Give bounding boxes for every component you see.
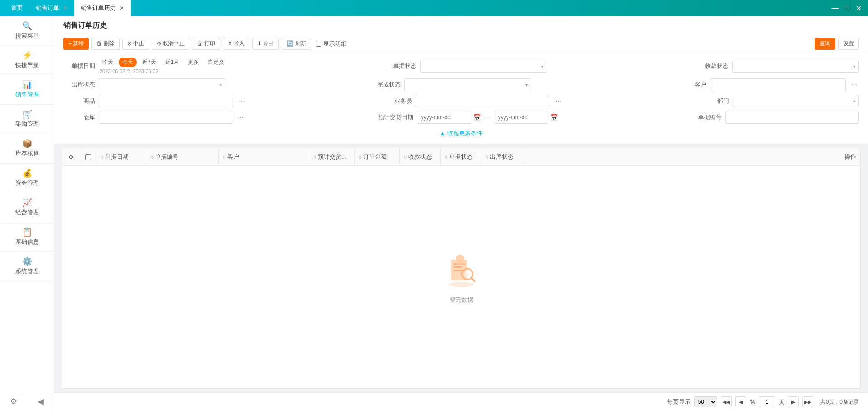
warehouse-more-btn[interactable]: ···	[236, 113, 245, 121]
display-toggle-checkbox[interactable]	[316, 41, 321, 47]
collapse-sidebar-icon[interactable]: ◀	[38, 396, 44, 406]
tab-home-label: 首页	[11, 4, 23, 12]
payment-status-select-wrapper	[732, 60, 859, 73]
filter-area: 单据日期 昨天 今天 近7天 近1月 更多 自定义 2023-06-02 至 2…	[54, 53, 868, 144]
first-page-btn[interactable]: ◀◀	[721, 396, 732, 407]
cal-from-icon[interactable]: 📅	[473, 114, 481, 121]
add-button[interactable]: + 新增	[63, 38, 89, 50]
date-tab-yesterday[interactable]: 昨天	[99, 58, 117, 67]
cal-to-icon[interactable]: 📅	[550, 114, 558, 121]
delete-button[interactable]: 🗑 删除	[91, 38, 119, 50]
select-all-checkbox[interactable]	[85, 154, 91, 160]
sidebar-item-finance[interactable]: 💰 资金管理	[0, 164, 54, 193]
order-status-select[interactable]	[420, 60, 547, 73]
goods-more-btn[interactable]: ···	[237, 97, 246, 105]
svg-point-8	[456, 255, 464, 263]
sidebar-item-operations[interactable]: 📈 经营管理	[0, 193, 54, 222]
goods-input[interactable]	[99, 95, 233, 107]
sidebar-item-search-menu[interactable]: 🔍 搜索菜单	[0, 16, 54, 46]
salesperson-label: 业务员	[380, 97, 412, 105]
settings-icon[interactable]: ⚙	[10, 396, 17, 406]
page-label-after: 页	[779, 398, 784, 406]
svg-rect-4	[453, 270, 464, 271]
dept-select[interactable]	[733, 95, 859, 107]
collapse-btn[interactable]: ▲ 收起更多条件	[63, 127, 859, 139]
layout: 🔍 搜索菜单 ⚡ 快捷导航 📊 销售管理 🛒 采购管理 📦 库存核算 💰 资金管…	[0, 16, 868, 411]
minimize-btn[interactable]: —	[830, 3, 840, 13]
refresh-button[interactable]: 🔄 刷新	[282, 38, 311, 50]
print-button[interactable]: 🖨 打印	[192, 38, 220, 50]
cancel-stop-button[interactable]: ⊘ 取消中止	[152, 38, 189, 50]
customer-more-btn[interactable]: ···	[849, 81, 859, 89]
th-out-status[interactable]: ⇅ 出库状态	[481, 148, 522, 165]
order-status-label: 单据状态	[385, 62, 417, 70]
sidebar-item-inventory[interactable]: 📦 库存核算	[0, 134, 54, 164]
salesperson-more-btn[interactable]: ···	[554, 97, 563, 105]
base-info-icon: 📋	[22, 228, 32, 236]
th-customer[interactable]: ⇅ 客户	[219, 148, 309, 165]
sidebar-item-quick-nav[interactable]: ⚡ 快捷导航	[0, 46, 54, 75]
th-checkbox[interactable]	[80, 148, 96, 165]
delivery-date-from[interactable]	[417, 111, 471, 124]
page-size-select[interactable]: 50 10 20 100	[694, 396, 717, 407]
sidebar-item-purchase-mgmt[interactable]: 🛒 采购管理	[0, 105, 54, 134]
sidebar: 🔍 搜索菜单 ⚡ 快捷导航 📊 销售管理 🛒 采购管理 📦 库存核算 💰 资金管…	[0, 16, 54, 411]
collapse-label: 收起更多条件	[447, 129, 483, 137]
warehouse-input[interactable]	[99, 111, 232, 124]
th-pay-status[interactable]: ⇅ 收款状态	[400, 148, 441, 165]
th-amount[interactable]: ⇅ 订单金额	[355, 148, 400, 165]
order-no-label: 单据编号	[690, 113, 722, 121]
stop-button[interactable]: ⊘ 中止	[122, 38, 149, 50]
tab-sales-order-label: 销售订单	[36, 4, 59, 12]
th-setting[interactable]: ⚙	[62, 148, 80, 165]
complete-status-select-wrapper	[404, 78, 531, 91]
salesperson-input[interactable]	[416, 95, 550, 107]
sidebar-item-sales-mgmt[interactable]: 📊 销售管理	[0, 75, 54, 105]
page-input[interactable]	[759, 396, 775, 407]
customer-input[interactable]	[710, 78, 846, 91]
date-tab-today[interactable]: 今天	[119, 58, 137, 67]
prev-page-btn[interactable]: ◀	[735, 396, 746, 407]
date-tab-1month[interactable]: 近1月	[162, 58, 183, 67]
date-tabs: 昨天 今天 近7天 近1月 更多 自定义	[99, 58, 228, 67]
settings-button[interactable]: 设置	[838, 38, 859, 50]
tab-sales-order-history[interactable]: 销售订单历史 ✕	[74, 0, 131, 16]
table-header: ⚙ ⇅ 单据日期 ⇅ 单据编号 ⇅ 客户 ⇅	[62, 148, 860, 166]
complete-status-select[interactable]	[404, 78, 531, 91]
import-button[interactable]: ⬆ 导入	[223, 38, 249, 50]
sidebar-item-base-info[interactable]: 📋 基础信息	[0, 222, 54, 252]
date-tab-7days[interactable]: 近7天	[139, 58, 160, 67]
th-out-label: 出库状态	[490, 153, 513, 161]
payment-status-select[interactable]	[732, 60, 859, 73]
close-sales-order-tab[interactable]: ✕	[63, 5, 67, 11]
th-date[interactable]: ⇅ 单据日期	[96, 148, 146, 165]
delivery-date-to[interactable]	[494, 111, 548, 124]
next-page-btn[interactable]: ▶	[788, 396, 799, 407]
date-range-value: 2023-06-02 至 2023-06-02	[100, 68, 158, 75]
sidebar-bottom: ⚙ ◀	[0, 392, 54, 411]
close-btn[interactable]: ✕	[854, 3, 863, 14]
sort-icon-delivery: ⇅	[313, 155, 317, 160]
export-button[interactable]: ⬇ 导出	[252, 38, 279, 50]
th-delivery[interactable]: ⇅ 预计交货...	[309, 148, 355, 165]
last-page-btn[interactable]: ▶▶	[802, 396, 813, 407]
sidebar-item-sys-mgmt[interactable]: ⚙️ 系统管理	[0, 252, 54, 281]
dept-select-wrapper	[733, 95, 859, 107]
date-tab-more[interactable]: 更多	[184, 58, 202, 67]
date-tab-custom[interactable]: 自定义	[204, 58, 228, 67]
th-order-status[interactable]: ⇅ 单据状态	[441, 148, 481, 165]
tab-sales-order[interactable]: 销售订单 ✕	[29, 0, 74, 16]
query-button[interactable]: 查询	[815, 38, 835, 50]
order-no-input[interactable]	[725, 111, 859, 124]
display-toggle-label: 显示明细	[323, 40, 347, 48]
close-history-tab[interactable]: ✕	[120, 5, 124, 11]
svg-rect-9	[457, 262, 463, 265]
th-num[interactable]: ⇅ 单据编号	[146, 148, 219, 165]
out-status-select[interactable]	[99, 78, 225, 91]
maximize-btn[interactable]: □	[843, 3, 851, 13]
sidebar-item-operations-label: 经营管理	[15, 208, 39, 217]
total-label: 共0页，0条记录	[820, 398, 859, 406]
setting-icon[interactable]: ⚙	[68, 154, 74, 160]
tab-home[interactable]: 首页	[5, 0, 29, 16]
sort-icon: ⇅	[100, 155, 104, 160]
